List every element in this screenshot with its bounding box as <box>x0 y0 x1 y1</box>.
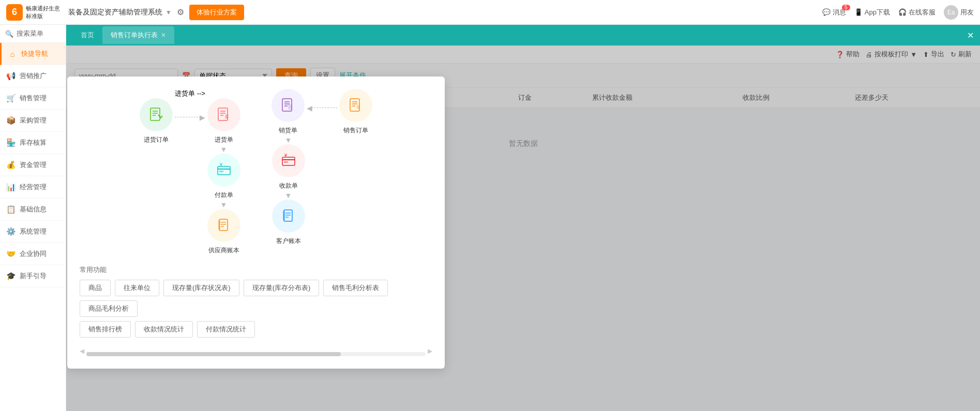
tab-home[interactable]: 首页 <box>72 26 102 44</box>
sales-order-label: 销售订单 <box>343 126 368 135</box>
avatar: Ea <box>944 5 958 20</box>
scroll-left-icon[interactable]: ◀ <box>80 347 84 355</box>
node-sales-order[interactable]: 销售订单 <box>339 89 372 135</box>
svg-rect-30 <box>282 157 295 165</box>
svg-text:¥: ¥ <box>284 153 288 158</box>
app-logo-icon: 6 <box>6 4 23 21</box>
common-buttons-row2: 销售排行榜 收款情况统计 付款情况统计 <box>80 321 432 338</box>
basicinfo-icon: 📋 <box>6 205 16 214</box>
flow-modal: 进货单 --> 进货订单 <box>67 77 445 369</box>
sidebar-item-sales[interactable]: 🛒 销售管理 <box>0 87 66 110</box>
logo-area: 6 畅康通好生意 标准版 <box>6 4 63 21</box>
enterprise-icon: 🤝 <box>6 249 16 258</box>
customer-ledger-icon <box>272 200 305 233</box>
modal-scrollbar[interactable] <box>86 352 426 356</box>
newbie-icon: 🎓 <box>6 271 16 281</box>
sidebar-item-basic-info[interactable]: 📋 基础信息 <box>0 199 66 221</box>
svg-rect-16 <box>218 220 220 230</box>
app-download-button[interactable]: 📱 App下载 <box>854 8 890 17</box>
message-icon: 💬 <box>822 8 831 16</box>
tab-close-icon[interactable]: ✕ <box>161 32 166 39</box>
customer-ledger-label: 客户账本 <box>276 237 301 246</box>
supplier-ledger-label: 供应商账本 <box>208 246 239 255</box>
common-btn-stock-dist[interactable]: 现存量(库存分布表) <box>244 280 320 296</box>
sidebar-item-quick-nav[interactable]: ⌂ 快捷导航 <box>0 43 66 65</box>
system-dropdown-icon[interactable]: ▼ <box>165 9 172 16</box>
purchase-order-icon <box>140 98 173 131</box>
node-receipt[interactable]: ¥ 收款单 <box>272 144 305 190</box>
payment-icon: ¥ <box>207 154 240 187</box>
common-btn-counterpart[interactable]: 往来单位 <box>115 280 159 296</box>
user-profile-button[interactable]: Ea 用友 <box>944 5 974 20</box>
svg-rect-0 <box>150 108 160 120</box>
content-body: ❓ 帮助 🖨 按模板打印 ▼ ⬆ 导出 ↻ 刷新 <box>66 45 980 411</box>
search-menu-button[interactable]: 🔍 搜索菜单 <box>0 25 66 43</box>
svg-rect-32 <box>284 161 288 163</box>
sales-order-icon <box>339 89 372 122</box>
sidebar-item-sys-mgmt[interactable]: ⚙️ 系统管理 <box>0 221 66 243</box>
common-btn-sales-ranking[interactable]: 销售排行榜 <box>80 321 131 338</box>
node-purchase-order[interactable]: 进货订单 <box>140 98 173 144</box>
purchase-receipt-icon <box>207 98 240 131</box>
svg-rect-15 <box>219 219 228 231</box>
online-service-button[interactable]: 🎧 在线客服 <box>898 8 936 17</box>
common-btn-sales-profit[interactable]: 销售毛利分析表 <box>323 280 388 296</box>
sales-invoice-icon <box>272 89 305 122</box>
node-payment[interactable]: ¥ 付款单 <box>207 154 240 200</box>
node-purchase-receipt[interactable]: 进货单 <box>207 98 240 144</box>
common-btn-receipt-stats[interactable]: 收款情况统计 <box>135 321 193 338</box>
common-functions-section: 常用功能 商品 往来单位 现存量(库存状况表) 现存量(库存分布表) 销售毛利分… <box>80 265 432 338</box>
scroll-right-icon[interactable]: ▶ <box>428 347 432 355</box>
tab-sales-order-exec[interactable]: 销售订单执行表 ✕ <box>102 26 174 44</box>
node-sales-invoice[interactable]: 销货单 <box>272 89 305 135</box>
sidebar-item-purchase[interactable]: 📦 采购管理 <box>0 110 66 132</box>
svg-rect-24 <box>288 104 292 110</box>
search-icon: 🔍 <box>5 30 13 38</box>
common-btn-product-profit[interactable]: 商品毛利分析 <box>80 300 138 317</box>
app-container: 6 畅康通好生意 标准版 装备及固定资产辅助管理系统 ▼ ⚙ 体验行业方案 💬 … <box>0 0 980 411</box>
main-area: 🔍 搜索菜单 ⌂ 快捷导航 📢 营销推广 🛒 销售管理 📦 采购管理 🏪 <box>0 25 980 411</box>
inventory-icon: 🏪 <box>6 138 16 147</box>
message-badge: 5 <box>842 5 850 10</box>
sales-icon: 🛒 <box>6 94 16 103</box>
svg-rect-35 <box>283 211 285 220</box>
scrollbar-thumb <box>86 352 341 356</box>
message-button[interactable]: 💬 消息 5 <box>822 8 846 17</box>
common-btn-stock-status[interactable]: 现存量(库存状况表) <box>163 280 239 296</box>
purchase-receipt-label: 进货单 <box>215 135 233 144</box>
experience-button[interactable]: 体验行业方案 <box>189 5 244 20</box>
common-buttons-container: 商品 往来单位 现存量(库存状况表) 现存量(库存分布表) 销售毛利分析表 商品… <box>80 280 432 317</box>
sidebar-item-newbie[interactable]: 🎓 新手引导 <box>0 265 66 287</box>
node-customer-ledger[interactable]: 客户账本 <box>272 200 305 246</box>
sidebar-item-inventory[interactable]: 🏪 库存核算 <box>0 132 66 154</box>
svg-rect-11 <box>218 166 230 175</box>
sales-invoice-label: 销货单 <box>279 126 297 135</box>
sidebar-item-operations[interactable]: 📊 经营管理 <box>0 176 66 199</box>
sidebar: 🔍 搜索菜单 ⌂ 快捷导航 📢 营销推广 🛒 销售管理 📦 采购管理 🏪 <box>0 25 66 411</box>
sidebar-item-enterprise[interactable]: 🤝 企业协同 <box>0 243 66 265</box>
sidebar-item-finance[interactable]: 💰 资金管理 <box>0 154 66 176</box>
gear-icon[interactable]: ⚙ <box>177 7 184 17</box>
supplier-ledger-icon <box>207 209 240 242</box>
operations-icon: 📊 <box>6 182 16 192</box>
receipt-label: 收款单 <box>279 181 298 190</box>
top-bar: 6 畅康通好生意 标准版 装备及固定资产辅助管理系统 ▼ ⚙ 体验行业方案 💬 … <box>0 0 980 25</box>
download-icon: 📱 <box>854 8 863 16</box>
svg-rect-13 <box>219 171 223 172</box>
node-supplier-ledger[interactable]: 供应商账本 <box>207 209 240 255</box>
common-btn-payment-stats[interactable]: 付款情况统计 <box>197 321 255 338</box>
content-area: 首页 销售订单执行表 ✕ ✕ ❓ 帮助 🖨 <box>66 25 980 411</box>
system-title: 装备及固定资产辅助管理系统 ▼ <box>68 8 172 17</box>
logo-text: 畅康通好生意 标准版 <box>26 5 60 20</box>
finance-icon: 💰 <box>6 160 16 170</box>
svg-rect-8 <box>225 114 229 119</box>
service-icon: 🎧 <box>898 8 907 16</box>
marketing-icon: 📢 <box>6 71 16 81</box>
home-icon: ⌂ <box>8 49 17 58</box>
tab-bar-close-icon[interactable]: ✕ <box>967 31 974 40</box>
svg-rect-34 <box>284 210 292 221</box>
common-btn-product[interactable]: 商品 <box>80 280 111 296</box>
svg-rect-29 <box>357 105 360 109</box>
purchase-icon: 📦 <box>6 116 16 125</box>
sidebar-item-marketing[interactable]: 📢 营销推广 <box>0 65 66 87</box>
